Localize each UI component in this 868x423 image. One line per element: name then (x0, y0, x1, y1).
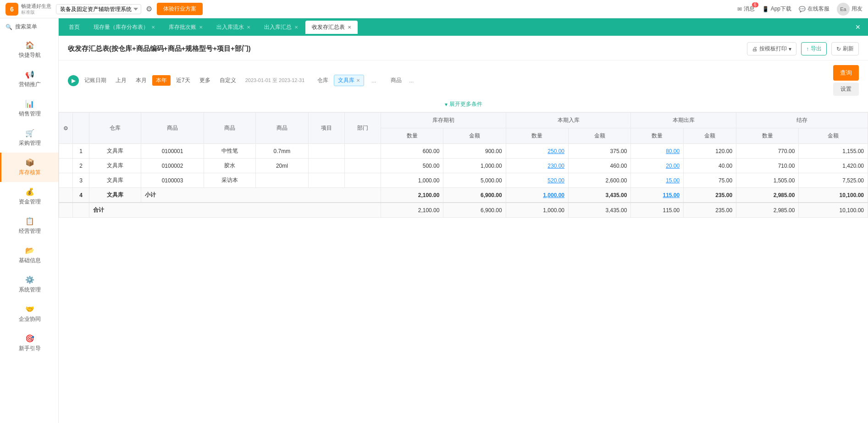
date-7days[interactable]: 近7天 (172, 75, 194, 86)
in-qty-header: 数量 (506, 128, 568, 144)
print-label: 按模板打印 (759, 45, 787, 53)
warehouse-tag-text: 文具库 (338, 77, 354, 84)
date-more[interactable]: 更多 (196, 75, 214, 86)
online-service-btn[interactable]: 💬 在线客服 (799, 5, 829, 13)
sidebar-item-label: 库存核算 (19, 169, 41, 176)
col-goods-code-header: 商品 (141, 113, 204, 144)
col-out-group: 本期出库 (631, 113, 736, 128)
date-options: 上月 本月 本年 近7天 更多 自定义 (112, 75, 240, 86)
sidebar-item-home[interactable]: 🏠 快捷导航 (0, 35, 58, 65)
sidebar-item-finance[interactable]: 💰 资金管理 (0, 182, 58, 211)
sidebar-item-collab[interactable]: 🤝 企业协同 (0, 299, 58, 329)
content-area: 首页 现存量（库存分布表） ✕ 库存批次账 ✕ 出入库流水 ✕ 出入库汇总 ✕ … (59, 18, 868, 423)
app-download-btn[interactable]: 📱 App下载 (762, 5, 791, 13)
close-icon[interactable]: ✕ (199, 25, 203, 30)
sidebar-item-purchase[interactable]: 🛒 采购管理 (0, 123, 58, 153)
sub-out-amt: 235.00 (684, 188, 736, 203)
row-project (308, 144, 344, 159)
header-left: 6 畅捷通好生意 标准版 装备及固定资产辅助管理系统 ⚙ 体验行业方案 (6, 3, 203, 16)
close-icon[interactable]: ✕ (348, 25, 351, 30)
row-settings (59, 173, 73, 188)
tab-inout-summary[interactable]: 出入库汇总 ✕ (258, 21, 304, 34)
row-warehouse: 文具库 (89, 173, 141, 188)
goods-ellipsis[interactable]: ... (407, 77, 415, 84)
date-this-year[interactable]: 本年 (152, 75, 171, 86)
system-select[interactable]: 装备及固定资产辅助管理系统 (56, 4, 141, 14)
col-opening-group: 库存期初 (381, 113, 506, 128)
refresh-label: 刷新 (843, 45, 854, 53)
tab-recv-summary[interactable]: 收发存汇总表 ✕ (305, 21, 358, 34)
export-icon: ↑ (806, 46, 809, 52)
sidebar-item-basic[interactable]: 📂 基础信息 (0, 241, 58, 270)
row-dept (344, 173, 381, 188)
close-icon[interactable]: ✕ (151, 25, 155, 30)
page-title: 收发存汇总表(按仓库+商品编码+商品+规格型号+项目+部门) (68, 44, 251, 53)
management-icon: 📋 (25, 217, 34, 225)
closing-amt-header: 金额 (799, 128, 868, 144)
gear-button[interactable]: ⚙ (146, 5, 152, 13)
row-num: 3 (73, 173, 89, 188)
tab-home[interactable]: 首页 (62, 21, 86, 34)
row-in-qty[interactable]: 520.00 (506, 173, 568, 188)
row-out-qty[interactable]: 15.00 (631, 173, 684, 188)
sidebar-item-inventory[interactable]: 📦 库存核算 (0, 153, 58, 182)
print-button[interactable]: 🖨 按模板打印 ▾ (747, 42, 796, 55)
export-button[interactable]: ↑ 导出 (801, 42, 827, 55)
trial-button[interactable]: 体验行业方案 (157, 3, 203, 15)
row-in-qty[interactable]: 230.00 (506, 159, 568, 173)
row-settings (59, 159, 73, 173)
system-icon: ⚙️ (25, 275, 34, 284)
sidebar-item-label: 销售管理 (19, 110, 41, 118)
date-last-month[interactable]: 上月 (112, 75, 130, 86)
warehouse-ellipsis[interactable]: ... (370, 77, 378, 84)
logo-subtitle2: 标准版 (21, 9, 51, 15)
sidebar-item-marketing[interactable]: 📢 营销推广 (0, 65, 58, 94)
row-in-amt: 460.00 (569, 159, 631, 173)
tab-inventory-dist[interactable]: 现存量（库存分布表） ✕ (87, 21, 161, 34)
top-header: 6 畅捷通好生意 标准版 装备及固定资产辅助管理系统 ⚙ 体验行业方案 ✉ 消息… (0, 0, 868, 18)
total-opening-amt: 6,900.00 (443, 203, 506, 218)
filter-toggle-btn[interactable]: ▶ (68, 75, 79, 86)
refresh-button[interactable]: ↻ 刷新 (831, 42, 859, 55)
col-settings-header[interactable]: ⚙ (59, 113, 73, 144)
row-out-amt: 120.00 (684, 144, 736, 159)
close-icon[interactable]: ✕ (294, 25, 298, 30)
message-btn[interactable]: ✉ 消息 6 (737, 5, 755, 13)
sidebar-search[interactable]: 🔍 搜索菜单 (0, 18, 58, 35)
sidebar-item-management[interactable]: 📋 经营管理 (0, 211, 58, 241)
query-button[interactable]: 查询 (833, 65, 859, 81)
sidebar-item-guide[interactable]: 🎯 新手引导 (0, 329, 58, 358)
sub-out-qty[interactable]: 115.00 (631, 188, 684, 203)
chevron-down-icon: ▾ (789, 46, 791, 52)
opening-amt-header: 金额 (443, 128, 506, 144)
sidebar-item-system[interactable]: ⚙️ 系统管理 (0, 270, 58, 299)
data-table: ⚙ 仓库 商品 商品 商品 项目 部门 库存期初 本期入库 本期出库 结存 (59, 112, 868, 218)
total-closing-amt: 10,100.00 (799, 203, 868, 218)
date-this-month[interactable]: 本月 (132, 75, 150, 86)
sub-closing-qty: 2,985.00 (736, 188, 799, 203)
warehouse-tag-close[interactable]: ✕ (356, 78, 360, 83)
close-icon[interactable]: ✕ (247, 25, 250, 30)
expand-button[interactable]: ▾ 展开更多条件 (445, 100, 482, 108)
tab-inout-flow[interactable]: 出入库流水 ✕ (210, 21, 257, 34)
sub-in-qty[interactable]: 1,000.00 (506, 188, 568, 203)
sidebar-item-label: 资金管理 (19, 198, 41, 206)
row-in-qty[interactable]: 250.00 (506, 144, 568, 159)
opening-qty-header: 数量 (381, 128, 443, 144)
total-settings (59, 203, 73, 218)
setting-button[interactable]: 设置 (833, 82, 859, 96)
row-goods-name: 采访本 (204, 173, 255, 188)
in-amt-header: 金额 (569, 128, 631, 144)
row-goods-code: 0100001 (141, 144, 204, 159)
sub-opening-amt: 6,900.00 (443, 188, 506, 203)
row-out-qty[interactable]: 80.00 (631, 144, 684, 159)
user-area[interactable]: Ea 用友 (837, 3, 862, 16)
row-out-qty[interactable]: 20.00 (631, 159, 684, 173)
col-in-group: 本期入库 (506, 113, 631, 128)
row-in-amt: 2,600.00 (569, 173, 631, 188)
total-row: 合计 2,100.00 6,900.00 1,000.00 3,435.00 1… (59, 203, 868, 218)
date-custom[interactable]: 自定义 (216, 75, 240, 86)
tab-batch[interactable]: 库存批次账 ✕ (162, 21, 209, 34)
tab-bar-close[interactable]: ✕ (851, 22, 864, 33)
sidebar-item-sales[interactable]: 📊 销售管理 (0, 94, 58, 123)
